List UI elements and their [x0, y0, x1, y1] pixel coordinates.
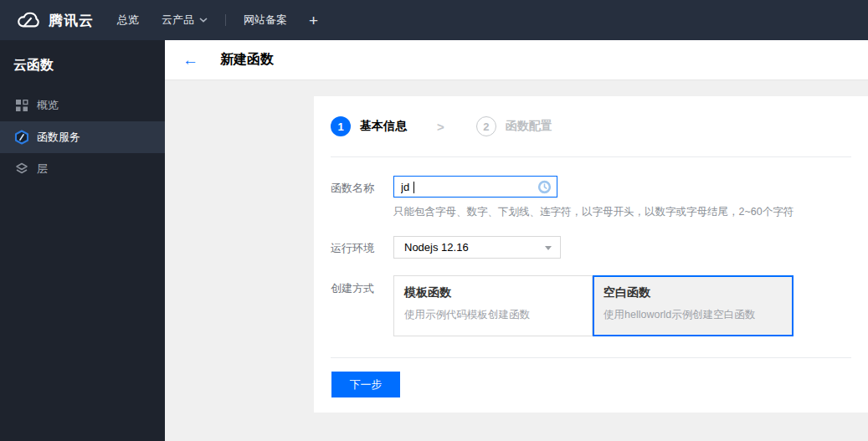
sidebar-item-label: 函数服务 — [37, 130, 80, 145]
step-label: 函数配置 — [506, 119, 552, 134]
next-step-button[interactable]: 下一步 — [331, 372, 400, 397]
add-tab-button[interactable]: + — [309, 13, 318, 28]
back-arrow-button[interactable]: ← — [182, 52, 198, 68]
chevron-down-icon — [199, 18, 208, 23]
main-content: ← 新建函数 1 基本信息 > 2 函数配置 — [165, 40, 868, 441]
page-title: 新建函数 — [220, 51, 274, 69]
topbar-divider — [225, 14, 226, 26]
sidebar-item-label: 概览 — [37, 98, 59, 113]
runtime-label: 运行环境 — [331, 236, 393, 259]
option-template-function[interactable]: 模板函数 使用示例代码模板创建函数 — [393, 275, 593, 336]
brand[interactable]: 腾讯云 — [15, 11, 94, 30]
function-name-help: 只能包含字母、数字、下划线、连字符，以字母开头，以数字或字母结尾，2~60个字符 — [393, 205, 794, 219]
nav-icp-filing[interactable]: 网站备案 — [244, 13, 287, 28]
sidebar-item-label: 层 — [37, 162, 48, 177]
function-name-field-block: 只能包含字母、数字、下划线、连字符，以字母开头，以数字或字母结尾，2~60个字符 — [393, 176, 794, 219]
card-footer-divider — [331, 357, 851, 358]
runtime-row: 运行环境 Nodejs 12.16 — [331, 236, 851, 259]
step-label: 基本信息 — [360, 119, 407, 134]
sidebar: 云函数 概览 — [0, 40, 165, 441]
topbar: 腾讯云 总览 云产品 网站备案 + — [0, 0, 868, 40]
runtime-selected-value: Nodejs 12.16 — [394, 241, 469, 254]
brand-name: 腾讯云 — [49, 11, 94, 30]
app-shell: 云函数 概览 — [0, 40, 868, 441]
option-desc: 使用helloworld示例创建空白函数 — [603, 308, 783, 322]
function-name-label: 函数名称 — [331, 176, 393, 219]
step-number-badge: 2 — [476, 116, 496, 136]
clock-pending-icon — [537, 180, 552, 197]
creation-method-options: 模板函数 使用示例代码模板创建函数 空白函数 使用helloworld示例创建空… — [393, 275, 794, 336]
wizard-steps: 1 基本信息 > 2 函数配置 — [331, 96, 851, 157]
grid-icon — [14, 98, 29, 113]
basic-info-form: 函数名称 — [331, 157, 851, 336]
sidebar-item-overview[interactable]: 概览 — [0, 90, 165, 121]
option-title: 空白函数 — [603, 285, 783, 300]
option-title: 模板函数 — [404, 285, 582, 300]
sidebar-item-layers[interactable]: 层 — [0, 153, 165, 185]
option-desc: 使用示例代码模板创建函数 — [404, 308, 582, 322]
sidebar-title: 云函数 — [0, 40, 165, 74]
page-header: ← 新建函数 — [165, 40, 868, 80]
creation-method-label: 创建方式 — [331, 275, 393, 336]
tencent-cloud-logo-icon — [15, 11, 41, 30]
creation-method-row: 创建方式 模板函数 使用示例代码模板创建函数 空白函数 使用helloworld… — [331, 275, 851, 336]
step-function-config: 2 函数配置 — [476, 116, 552, 136]
function-name-input[interactable] — [394, 177, 528, 197]
function-name-input-box — [393, 176, 557, 197]
sidebar-item-function-service[interactable]: 函数服务 — [0, 121, 165, 153]
option-blank-function[interactable]: 空白函数 使用helloworld示例创建空白函数 — [593, 275, 794, 336]
text-cursor — [413, 182, 414, 193]
page-body: 1 基本信息 > 2 函数配置 函数名称 — [165, 80, 868, 441]
step-number-badge: 1 — [331, 116, 351, 136]
step-chevron-icon: > — [437, 120, 444, 134]
layers-icon — [14, 162, 29, 177]
sidebar-menu: 概览 函数服务 层 — [0, 90, 165, 185]
function-name-row: 函数名称 — [331, 176, 851, 219]
nav-overview[interactable]: 总览 — [117, 13, 139, 28]
runtime-select[interactable]: Nodejs 12.16 — [393, 236, 561, 259]
top-nav: 总览 云产品 网站备案 + — [117, 13, 318, 28]
step-basic-info: 1 基本信息 — [331, 116, 407, 136]
create-function-card: 1 基本信息 > 2 函数配置 函数名称 — [314, 96, 868, 413]
select-caret-icon — [545, 246, 552, 250]
function-hexagon-icon — [14, 130, 29, 145]
nav-cloud-products[interactable]: 云产品 — [162, 13, 208, 28]
